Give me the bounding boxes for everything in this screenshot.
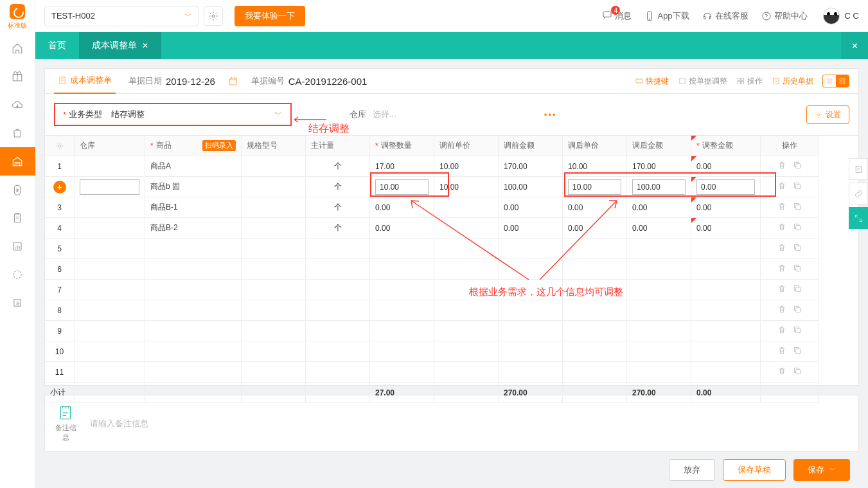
cell-spec[interactable] [242, 177, 306, 197]
cell-warehouse[interactable] [75, 156, 145, 177]
delete-icon[interactable] [777, 243, 786, 254]
cell-post-amt[interactable]: 170.00 [627, 156, 691, 177]
cell-post-price[interactable] [563, 259, 627, 280]
close-all-tabs[interactable]: ✕ [841, 32, 868, 59]
cell-adj-amt[interactable] [691, 239, 761, 259]
cell-product[interactable]: 商品B-2 [145, 218, 242, 239]
copy-icon[interactable] [793, 243, 802, 254]
cell-adj-amt[interactable] [691, 280, 761, 300]
cell-adj-amt[interactable] [691, 341, 761, 362]
save-draft-button[interactable]: 保存草稿 [723, 459, 786, 481]
cell-post-price[interactable]: 10.00 [563, 156, 627, 177]
hotkey-link[interactable]: 快捷键 [635, 76, 669, 87]
delete-icon[interactable] [777, 305, 786, 316]
cell-adj-amt[interactable]: 0.00 [691, 177, 761, 197]
cell-post-amt[interactable] [627, 280, 691, 300]
cell-post-price[interactable] [563, 341, 627, 362]
app-download-link[interactable]: App下载 [644, 10, 689, 22]
cell-warehouse[interactable] [75, 280, 145, 300]
cell-post-price[interactable]: 0.00 [563, 218, 627, 239]
cell-warehouse[interactable] [75, 239, 145, 259]
tab-home[interactable]: 首页 [35, 32, 79, 59]
cell-qty[interactable]: 0.00 [370, 218, 434, 239]
business-type-select[interactable]: * 业务类型 结存调整 ﹀ [54, 103, 292, 126]
cell-warehouse[interactable] [75, 218, 145, 239]
copy-icon[interactable] [793, 325, 802, 336]
nav-money-icon[interactable] [0, 176, 35, 204]
cell-qty[interactable] [370, 321, 434, 341]
cell-post-amt[interactable]: 0.00 [627, 218, 691, 239]
cell-spec[interactable] [242, 321, 306, 341]
cell-spec[interactable] [242, 280, 306, 300]
cell-qty[interactable]: 0.00 [370, 197, 434, 218]
messages-link[interactable]: 消息 [602, 10, 632, 22]
copy-icon[interactable] [793, 264, 802, 275]
cell-post-amt[interactable] [627, 300, 691, 321]
delete-icon[interactable] [777, 346, 786, 357]
cell-post-amt[interactable] [627, 259, 691, 280]
cell-qty[interactable] [370, 259, 434, 280]
cell-qty[interactable]: 10.00 [370, 177, 434, 197]
more-icon[interactable]: ••• [544, 110, 557, 120]
cell-spec[interactable] [242, 259, 306, 280]
link-tool-icon[interactable] [849, 183, 868, 204]
cell-post-price[interactable] [563, 321, 627, 341]
cell-post-price[interactable]: 10.00 [563, 177, 627, 197]
copy-icon[interactable] [793, 366, 802, 377]
cell-qty[interactable] [370, 280, 434, 300]
cell-product[interactable] [145, 321, 242, 341]
cell-product[interactable] [145, 259, 242, 280]
cell-post-amt[interactable] [627, 239, 691, 259]
cell-qty[interactable]: 17.00 [370, 156, 434, 177]
expand-tool-icon[interactable] [849, 207, 868, 229]
cell-adj-amt[interactable]: 0.00 [691, 218, 761, 239]
cell-warehouse[interactable] [75, 362, 145, 383]
calendar-icon[interactable] [228, 76, 238, 86]
nav-clipboard-icon[interactable] [0, 204, 35, 232]
nav-new-icon[interactable]: 新 [0, 289, 35, 317]
copy-icon[interactable] [793, 202, 802, 213]
grid-view-icon[interactable] [836, 75, 849, 87]
cell-post-amt[interactable]: 100.00 [627, 177, 691, 197]
by-bill-link[interactable]: 按单据调整 [678, 76, 727, 87]
cell-spec[interactable] [242, 239, 306, 259]
cell-warehouse[interactable] [75, 259, 145, 280]
cell-qty[interactable] [370, 300, 434, 321]
cell-spec[interactable] [242, 341, 306, 362]
discard-button[interactable]: 放弃 [669, 459, 715, 481]
cell-spec[interactable] [242, 156, 306, 177]
th-gear[interactable] [45, 136, 75, 156]
delete-icon[interactable] [777, 222, 786, 233]
cell-product[interactable] [145, 280, 242, 300]
cell-adj-amt[interactable]: 0.00 [691, 156, 761, 177]
nav-bag-icon[interactable] [0, 119, 35, 147]
row-add[interactable]: + [45, 177, 75, 197]
user-avatar[interactable] [823, 8, 840, 24]
cell-post-price[interactable] [563, 239, 627, 259]
delete-icon[interactable] [777, 202, 786, 213]
date-value[interactable]: 2019-12-26 [166, 76, 215, 87]
scan-input-tag[interactable]: 扫码录入 [202, 140, 236, 151]
cell-product[interactable]: 商品B-1 [145, 197, 242, 218]
nav-report-icon[interactable] [0, 232, 35, 260]
cell-qty[interactable] [370, 239, 434, 259]
copy-icon[interactable] [793, 181, 802, 192]
view-toggle[interactable] [822, 75, 849, 87]
delete-icon[interactable] [777, 181, 786, 192]
cell-product[interactable] [145, 362, 242, 383]
try-button[interactable]: 我要体验一下 [235, 6, 305, 26]
copy-icon[interactable] [793, 161, 802, 172]
cell-product[interactable]: 商品b 固 [145, 177, 242, 197]
cell-post-amt[interactable] [627, 321, 691, 341]
notes-input[interactable]: 请输入备注信息 [90, 418, 148, 429]
cell-product[interactable]: 商品A [145, 156, 242, 177]
cell-product[interactable] [145, 300, 242, 321]
nav-loading-icon[interactable] [0, 260, 35, 289]
cell-post-amt[interactable]: 0.00 [627, 197, 691, 218]
cell-post-amt[interactable] [627, 362, 691, 383]
history-link[interactable]: 历史单据 [772, 76, 813, 87]
settings-button[interactable] [204, 6, 223, 26]
delete-icon[interactable] [777, 325, 786, 336]
nav-home-icon[interactable] [0, 34, 35, 62]
warehouse-select[interactable]: 选择... [373, 109, 396, 120]
